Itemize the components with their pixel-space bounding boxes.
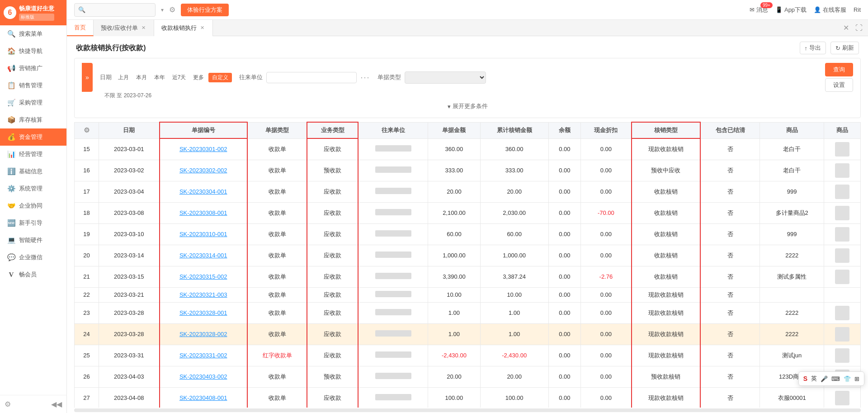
sidebar-item-guide[interactable]: 🆕新手引导	[0, 214, 66, 232]
filter-recent7-btn[interactable]: 近7天	[170, 73, 189, 82]
doc-num-link[interactable]: SK-20230304-001	[179, 188, 227, 195]
filter-last-month-btn[interactable]: 上月	[115, 73, 132, 82]
row-product-thumb	[824, 245, 861, 266]
filter-partner-input[interactable]	[266, 72, 357, 83]
sidebar-collapse-btn[interactable]: ◀◀	[51, 400, 62, 408]
export-button[interactable]: ↑ 导出	[800, 42, 826, 54]
row-balance: 0.00	[548, 387, 581, 408]
settings-gear-icon[interactable]: ⚙	[169, 5, 175, 14]
filter-this-month-btn[interactable]: 本月	[133, 73, 150, 82]
tab-cancel-close[interactable]: ✕	[199, 24, 205, 31]
row-docnum: SK-20230331-002	[160, 345, 247, 366]
table-header-row: ⚙ 日期 单据编号 单据类型 业务类型 往来单位 单据金额 累计核销金额 余额 …	[75, 122, 861, 138]
doc-num-link[interactable]: SK-20230331-002	[179, 352, 227, 359]
solution-button[interactable]: 体验行业方案	[181, 4, 229, 16]
row-cashdiscount: 0.00	[581, 138, 632, 160]
row-doctype: 收款单	[247, 266, 307, 287]
row-cumulative: 360.00	[480, 138, 548, 160]
grid-icon[interactable]: ⊞	[854, 375, 859, 382]
app-download-button[interactable]: 📱 App下载	[775, 6, 807, 14]
row-date: 2023-03-14	[99, 245, 160, 266]
sidebar: 6 畅康道好生意 标推版 🔍搜索菜单 🏠快捷导航 📢营销推广 📋销售管理 🛒采购…	[0, 0, 67, 413]
doc-num-link[interactable]: SK-20230328-001	[179, 309, 227, 316]
tab-home[interactable]: 首页	[67, 20, 94, 36]
sidebar-item-finance[interactable]: 💰资金管理	[0, 128, 66, 146]
filter-doctype-select[interactable]	[405, 71, 486, 84]
shirt-icon[interactable]: 👕	[844, 375, 851, 382]
sidebar-item-wechat[interactable]: 💬企业微信	[0, 249, 66, 266]
filter-expand-btn[interactable]: ▾ 展开更多条件	[82, 100, 853, 113]
sidebar-item-search[interactable]: 🔍搜索菜单	[0, 25, 66, 43]
col-settings-header[interactable]: ⚙	[75, 122, 99, 138]
row-num: 22	[75, 287, 99, 302]
sidebar-item-basic[interactable]: ℹ️基础信息	[0, 163, 66, 180]
keyboard-icon[interactable]: ⌨	[831, 375, 840, 382]
user-menu[interactable]: Rit	[854, 6, 861, 13]
doc-num-link[interactable]: SK-20230321-003	[179, 291, 227, 298]
sidebar-item-enterprise[interactable]: 🤝企业协同	[0, 197, 66, 214]
table-body: 15 2023-03-01 SK-20230301-002 收款单 应收款 36…	[75, 138, 861, 408]
doc-num-link[interactable]: SK-20230302-002	[179, 167, 227, 174]
row-num: 27	[75, 387, 99, 408]
row-date: 2023-04-03	[99, 366, 160, 387]
doc-num-link[interactable]: SK-20230314-001	[179, 252, 227, 259]
tab-prepay-close[interactable]: ✕	[141, 24, 146, 31]
filter-dots-btn[interactable]: ···	[360, 73, 370, 82]
sidebar-item-hardware[interactable]: 💻智能硬件	[0, 232, 66, 249]
row-product-thumb	[824, 181, 861, 202]
product-thumb	[835, 391, 849, 405]
tab-prepay[interactable]: 预收/应收付单 ✕	[94, 20, 154, 36]
doc-num-link[interactable]: SK-20230408-001	[179, 394, 227, 401]
row-date: 2023-03-21	[99, 287, 160, 302]
mic-icon[interactable]: 🎤	[821, 375, 828, 382]
service-icon: 👤	[814, 6, 821, 13]
doc-num-link[interactable]: SK-20230310-001	[179, 231, 227, 237]
sidebar-settings-btn[interactable]: ⚙	[5, 400, 11, 408]
data-table-wrapper[interactable]: ⚙ 日期 单据编号 单据类型 业务类型 往来单位 单据金额 累计核销金额 余额 …	[74, 122, 861, 408]
topbar-search-box[interactable]: 🔍	[74, 3, 156, 17]
search-input[interactable]	[88, 7, 142, 13]
horizontal-scrollbar[interactable]	[74, 408, 861, 412]
row-amount: 1.00	[428, 323, 481, 345]
doc-num-link[interactable]: SK-20230308-001	[179, 209, 227, 216]
row-includesettled: 否	[700, 202, 760, 223]
row-product-thumb	[824, 223, 861, 245]
sidebar-item-marketing[interactable]: 📢营销推广	[0, 60, 66, 77]
tab-restore-btn[interactable]: ⛶	[854, 22, 864, 34]
filter-settings-button[interactable]: 设置	[825, 78, 853, 92]
row-product: 老白干	[760, 138, 824, 160]
row-product: 2222	[760, 245, 824, 266]
refresh-button[interactable]: ↻ 刷新	[830, 42, 859, 54]
sidebar-item-sales[interactable]: 📋销售管理	[0, 77, 66, 94]
col-settings-icon[interactable]: ⚙	[84, 126, 90, 134]
sidebar-item-quicknav[interactable]: 🏠快捷导航	[0, 43, 66, 60]
online-service-button[interactable]: 👤 在线客服	[814, 6, 846, 14]
filter-custom-btn[interactable]: 自定义	[208, 73, 232, 82]
row-biztype: 应收款	[307, 138, 358, 160]
sidebar-item-operations[interactable]: 📊经营管理	[0, 146, 66, 163]
tab-close-all-btn[interactable]: ✕	[841, 22, 851, 34]
query-button[interactable]: 查询	[825, 63, 853, 76]
dropdown-arrow-icon[interactable]: ▾	[161, 7, 164, 13]
filter-toggle-button[interactable]: »	[82, 63, 93, 92]
sidebar-item-vip[interactable]: V畅会员	[0, 266, 66, 283]
doc-num-link[interactable]: SK-20230315-002	[179, 273, 227, 280]
message-button[interactable]: ✉ 消息 99+	[750, 6, 768, 14]
doc-num-link[interactable]: SK-20230328-002	[179, 331, 227, 337]
filter-this-year-btn[interactable]: 本年	[151, 73, 168, 82]
row-includesettled: 否	[700, 345, 760, 366]
doc-num-link[interactable]: SK-20230301-002	[179, 146, 227, 152]
sidebar-item-system[interactable]: ⚙️系统管理	[0, 180, 66, 197]
table-row: 24 2023-03-28 SK-20230328-002 收款单 应收款 1.…	[75, 323, 861, 345]
sidebar-item-inventory[interactable]: 📦库存核算	[0, 111, 66, 128]
finance-icon: 💰	[7, 133, 15, 141]
sales-icon: 📋	[7, 81, 15, 90]
row-includesettled: 否	[700, 245, 760, 266]
tab-cancel[interactable]: 收款核销执行 ✕	[154, 20, 213, 36]
row-product: 2222	[760, 323, 824, 345]
ime-toolbar: S 英 🎤 ⌨ 👕 ⊞	[798, 371, 864, 386]
filter-more-btn[interactable]: 更多	[190, 73, 207, 82]
row-cumulative: 20.00	[480, 181, 548, 202]
sidebar-item-purchase[interactable]: 🛒采购管理	[0, 94, 66, 111]
doc-num-link[interactable]: SK-20230403-002	[179, 373, 227, 380]
